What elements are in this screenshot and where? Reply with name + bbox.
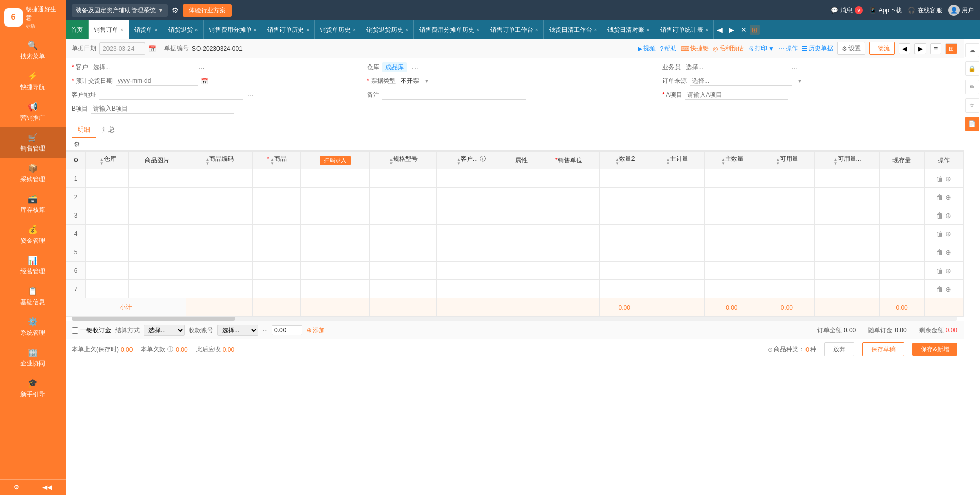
add-settle-btn[interactable]: ⊕ 添加 bbox=[307, 326, 325, 335]
table-container[interactable]: ⚙ ▲▼仓库 商品图片 ▲▼商品编码 *▲▼商品 bbox=[66, 151, 964, 317]
amount-input[interactable] bbox=[272, 325, 302, 335]
tab-sales-stats[interactable]: 销售订单统计表 × bbox=[655, 20, 714, 39]
tab-close-icon[interactable]: × bbox=[306, 27, 309, 33]
remark-input[interactable] bbox=[382, 90, 526, 100]
tab-summary[interactable]: 汇总 bbox=[96, 122, 121, 138]
tab-next-btn[interactable]: ▶ bbox=[726, 26, 737, 34]
delete-row-btn[interactable]: 🗑 bbox=[936, 267, 943, 275]
tab-expense-history[interactable]: 销售费用分摊单历史 × bbox=[414, 20, 485, 39]
warehouse-more-btn[interactable]: ··· bbox=[412, 63, 418, 72]
tab-close-icon[interactable]: × bbox=[120, 27, 123, 33]
quick-settle-checkbox[interactable] bbox=[72, 327, 78, 334]
settle-method-select[interactable]: 选择... bbox=[144, 325, 185, 336]
a-project-input[interactable] bbox=[685, 90, 788, 100]
nav-next-btn[interactable]: ▶ bbox=[914, 43, 926, 54]
copy-row-btn[interactable]: ⊕ bbox=[945, 175, 951, 183]
delete-row-btn[interactable]: 🗑 bbox=[936, 248, 943, 256]
history-btn[interactable]: ☰ 历史单据 bbox=[802, 44, 833, 53]
save-new-btn[interactable]: 保存&新增 bbox=[912, 343, 957, 356]
order-source-dropdown[interactable]: ▼ bbox=[797, 78, 802, 84]
nav-prev-btn[interactable]: ◀ bbox=[899, 43, 910, 54]
copy-row-btn[interactable]: ⊕ bbox=[945, 248, 951, 256]
more-dots[interactable]: ··· bbox=[263, 327, 268, 334]
tab-close-icon[interactable]: × bbox=[705, 27, 708, 33]
tab-sales-order-history[interactable]: 销售订单历史 × bbox=[262, 20, 315, 39]
cell-scan-1[interactable] bbox=[300, 169, 369, 188]
cell-attr-1[interactable] bbox=[505, 169, 538, 188]
scrollbar-thumb[interactable] bbox=[72, 317, 235, 321]
view-btn[interactable]: ▶ 视频 bbox=[638, 44, 656, 53]
b-project-input[interactable] bbox=[91, 104, 234, 114]
tab-daily-workbench[interactable]: 钱货日清工作台 × bbox=[544, 20, 603, 39]
cell-product-1[interactable] bbox=[253, 169, 300, 188]
table-settings-btn[interactable]: ⚙ bbox=[72, 138, 82, 150]
cell-code-1[interactable] bbox=[186, 169, 253, 188]
sidebar-item-quick-nav[interactable]: ⚡ 快捷导航 bbox=[0, 66, 66, 97]
form-view-btn[interactable]: ⊞ bbox=[945, 43, 957, 54]
tab-close-icon[interactable]: × bbox=[405, 27, 408, 33]
print-btn[interactable]: 🖨 打印 ▼ bbox=[748, 44, 774, 53]
single-date-input[interactable] bbox=[99, 42, 145, 55]
profit-btn[interactable]: ◎ 毛利预估 bbox=[713, 44, 744, 53]
copy-row-btn[interactable]: ⊕ bbox=[945, 267, 951, 275]
sidebar-item-marketing[interactable]: 📢 营销推广 bbox=[0, 97, 66, 127]
tab-return-history[interactable]: 销货退货历史 × bbox=[361, 20, 414, 39]
topbar-settings-btn[interactable]: ⚙ bbox=[172, 6, 179, 14]
add-product-btn[interactable]: +物流 bbox=[869, 42, 895, 55]
tab-close-icon[interactable]: × bbox=[353, 27, 356, 33]
delivery-date-input[interactable] bbox=[116, 76, 198, 86]
sidebar-item-basics[interactable]: 📋 基础信息 bbox=[0, 281, 66, 312]
sidebar-item-enterprise[interactable]: 🏢 企业协同 bbox=[0, 342, 66, 373]
discard-btn[interactable]: 放弃 bbox=[824, 342, 854, 356]
addr-more-btn[interactable]: ··· bbox=[248, 91, 254, 99]
sidebar-collapse[interactable]: ◀◀ bbox=[42, 484, 52, 491]
right-panel-star-btn[interactable]: ☆ bbox=[965, 98, 979, 113]
copy-row-btn[interactable]: ⊕ bbox=[945, 193, 951, 201]
horizontal-scrollbar[interactable] bbox=[72, 317, 957, 321]
cell-avail2-1[interactable] bbox=[814, 169, 879, 188]
calendar-icon[interactable]: 📅 bbox=[148, 45, 156, 52]
tab-daily-reconcile[interactable]: 钱货日清对账 × bbox=[602, 20, 655, 39]
delete-row-btn[interactable]: 🗑 bbox=[936, 211, 943, 220]
help-btn[interactable]: ? 帮助 bbox=[660, 44, 677, 53]
sidebar-item-sales[interactable]: 🛒 销售管理 bbox=[0, 127, 66, 158]
cell-image-1[interactable] bbox=[129, 169, 186, 188]
cell-main-unit-1[interactable] bbox=[649, 169, 704, 188]
cell-stock-1[interactable] bbox=[879, 169, 924, 188]
right-panel-edit-btn[interactable]: ✏ bbox=[965, 80, 979, 94]
cell-customer-1[interactable] bbox=[437, 169, 505, 188]
cell-unit-1[interactable] bbox=[538, 169, 600, 188]
order-source-input[interactable] bbox=[690, 76, 792, 86]
tab-close-icon[interactable]: × bbox=[535, 27, 538, 33]
sidebar-item-search[interactable]: 🔍 搜索菜单 bbox=[0, 35, 66, 66]
invoice-dropdown-icon[interactable]: ▼ bbox=[424, 78, 429, 84]
copy-row-btn[interactable]: ⊕ bbox=[945, 211, 951, 220]
right-panel-doc-btn[interactable]: 📄 bbox=[965, 117, 979, 131]
cell-spec-1[interactable] bbox=[369, 169, 437, 188]
tab-prev-btn[interactable]: ◀ bbox=[714, 26, 726, 34]
tab-close-icon[interactable]: × bbox=[594, 27, 597, 33]
copy-row-btn[interactable]: ⊕ bbox=[945, 285, 951, 293]
calendar2-icon[interactable]: 📅 bbox=[201, 78, 208, 85]
tab-sales-invoice[interactable]: 销货单 × bbox=[129, 20, 163, 39]
cell-main-qty-1[interactable] bbox=[704, 169, 759, 188]
operate-btn[interactable]: ⋯ 操作 bbox=[778, 44, 798, 53]
tab-order-workbench[interactable]: 销售订单工作台 × bbox=[485, 20, 544, 39]
tab-invoice-history[interactable]: 销货单历史 × bbox=[315, 20, 361, 39]
right-panel-lock-btn[interactable]: 🔒 bbox=[965, 61, 979, 76]
message-btn[interactable]: 💬 消息 9 bbox=[831, 6, 863, 15]
staff-input[interactable] bbox=[684, 62, 786, 72]
customer-more-btn[interactable]: ··· bbox=[199, 63, 205, 72]
tab-close-icon[interactable]: × bbox=[254, 27, 257, 33]
settings-action-btn[interactable]: ⚙ 设置 bbox=[837, 42, 865, 55]
customer-input[interactable] bbox=[91, 62, 193, 72]
sidebar-settings[interactable]: ⚙ bbox=[14, 484, 19, 491]
sidebar-item-inventory[interactable]: 🗃️ 库存核算 bbox=[0, 189, 66, 220]
cell-warehouse-1[interactable] bbox=[86, 169, 129, 188]
tab-home[interactable]: 首页 bbox=[66, 20, 89, 39]
sidebar-item-system[interactable]: ⚙️ 系统管理 bbox=[0, 312, 66, 342]
sidebar-item-purchase[interactable]: 📦 采购管理 bbox=[0, 158, 66, 189]
cell-avail-1[interactable] bbox=[759, 169, 814, 188]
tab-detail[interactable]: 明细 bbox=[72, 122, 96, 138]
save-draft-btn[interactable]: 保存草稿 bbox=[862, 342, 904, 356]
